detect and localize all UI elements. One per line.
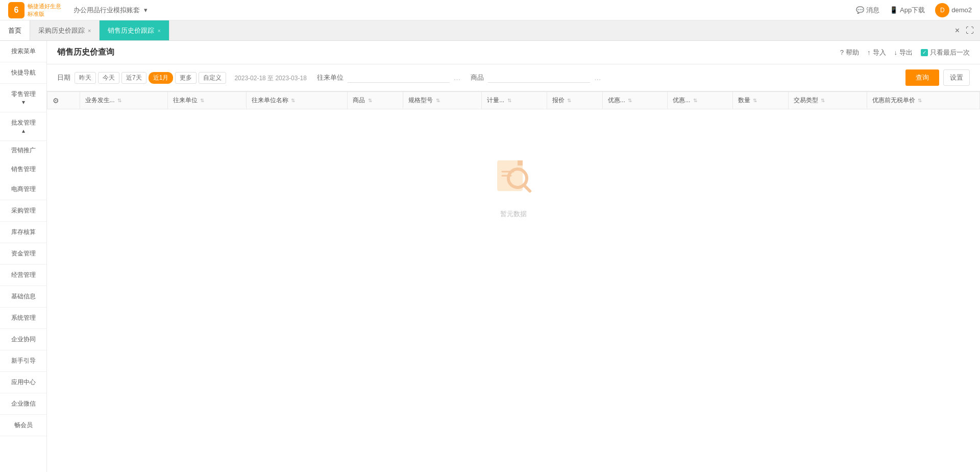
export-button[interactable]: ↓ 导出 xyxy=(894,48,913,57)
empty-illustration xyxy=(488,150,539,201)
message-icon: 💬 xyxy=(856,6,864,14)
message-button[interactable]: 💬 消息 xyxy=(856,6,879,15)
sort-icon-pre-discount-price: ⇅ xyxy=(918,98,922,103)
sidebar-item-inventory[interactable]: 库存核算 xyxy=(0,222,46,243)
settings-button[interactable]: 设置 xyxy=(943,69,970,86)
query-button[interactable]: 查询 xyxy=(905,69,939,86)
date-btn-yesterday[interactable]: 昨天 xyxy=(75,72,96,84)
col-quoted-price[interactable]: 报价 ⇅ xyxy=(547,92,602,109)
date-filter-group: 日期 昨天 今天 近7天 近1月 更多 自定义 2023-02-18 至 202… xyxy=(57,72,307,84)
col-product[interactable]: 商品 ⇅ xyxy=(348,92,403,109)
tab-purchase-history[interactable]: 采购历史价跟踪 × xyxy=(30,20,100,40)
tab-sales-history[interactable]: 销售历史价跟踪 × xyxy=(100,20,169,40)
col-biz-date[interactable]: 业务发生... ⇅ xyxy=(80,92,168,109)
col-spec[interactable]: 规格型号 ⇅ xyxy=(403,92,482,109)
user-menu[interactable]: D demo2 xyxy=(935,3,972,17)
sidebar-item-wechat[interactable]: 企业微信 xyxy=(0,393,46,415)
empty-state: 暂元数据 xyxy=(47,109,980,259)
sidebar-item-system[interactable]: 系统管理 xyxy=(0,308,46,329)
sidebar-item-operations[interactable]: 经营管理 xyxy=(0,265,46,286)
sort-icon-trade-type: ⇅ xyxy=(821,98,825,103)
col-unit[interactable]: 计量... ⇅ xyxy=(482,92,547,109)
content-area: 销售历史价查询 ? 帮助 ↑ 导入 ↓ 导出 ✓ 只看最后一次 xyxy=(47,41,980,472)
sidebar-item-app-center[interactable]: 应用中心 xyxy=(0,372,46,393)
sidebar-item-enterprise[interactable]: 企业协同 xyxy=(0,329,46,350)
sort-icon-quantity: ⇅ xyxy=(753,98,757,103)
only-last-checkbox-label[interactable]: ✓ 只看最后一次 xyxy=(921,48,970,57)
page-header-actions: ? 帮助 ↑ 导入 ↓ 导出 ✓ 只看最后一次 xyxy=(840,48,970,57)
tab-close-sales[interactable]: × xyxy=(157,28,160,34)
partner-input[interactable] xyxy=(348,73,450,83)
fullscreen-icon[interactable]: ⛶ xyxy=(966,26,974,35)
col-partner-name[interactable]: 往来单位名称 ⇅ xyxy=(246,92,348,109)
product-input[interactable] xyxy=(488,73,590,83)
sidebar-item-sales-mgmt[interactable]: 销售管理 xyxy=(0,160,46,179)
product-label: 商品 xyxy=(471,73,484,82)
date-btn-today[interactable]: 今天 xyxy=(98,72,119,84)
top-bar: 6 畅捷通好生意 标准版 办公用品行业模拟账套 ▾ 💬 消息 📱 App下载 D… xyxy=(0,0,980,20)
logo-text: 畅捷通好生意 标准版 xyxy=(28,3,61,17)
table-header: ⚙ 业务发生... ⇅ 往来单位 ⇅ 往来单位名称 ⇅ xyxy=(47,92,980,109)
partner-label: 往来单位 xyxy=(317,73,344,82)
sidebar-item-purchase[interactable]: 采购管理 xyxy=(0,200,46,222)
date-btn-more[interactable]: 更多 xyxy=(175,72,197,84)
date-btn-custom[interactable]: 自定义 xyxy=(199,72,226,84)
data-table: ⚙ 业务发生... ⇅ 往来单位 ⇅ 往来单位名称 ⇅ xyxy=(47,91,980,109)
sidebar-item-marketing[interactable]: 营销推广 xyxy=(0,141,46,160)
page-header: 销售历史价查询 ? 帮助 ↑ 导入 ↓ 导出 ✓ 只看最后一次 xyxy=(47,41,980,64)
sidebar: 搜索菜单 快捷导航 零售管理 ▾ 批发管理 ▴ 营销推广 销售管理 电商管理 采… xyxy=(0,41,47,472)
filter-bar: 日期 昨天 今天 近7天 近1月 更多 自定义 2023-02-18 至 202… xyxy=(47,64,980,91)
dropdown-icon[interactable]: ▾ xyxy=(144,6,148,14)
top-bar-right: 💬 消息 📱 App下载 D demo2 xyxy=(856,3,972,17)
export-icon: ↓ xyxy=(894,49,898,56)
sort-icon-biz-date: ⇅ xyxy=(117,98,121,103)
sidebar-item-finance[interactable]: 资金管理 xyxy=(0,243,46,265)
col-quantity[interactable]: 数量 ⇅ xyxy=(733,92,789,109)
sidebar-item-member[interactable]: 畅会员 xyxy=(0,415,46,436)
top-bar-left: 6 畅捷通好生意 标准版 办公用品行业模拟账套 ▾ xyxy=(8,2,148,18)
help-button[interactable]: ? 帮助 xyxy=(840,48,859,57)
sidebar-item-guide[interactable]: 新手引导 xyxy=(0,350,46,372)
tab-bar: 首页 采购历史价跟踪 × 销售历史价跟踪 × × ⛶ xyxy=(0,20,980,41)
svg-line-4 xyxy=(524,185,530,191)
col-pre-discount-price[interactable]: 优惠前无税单价 ⇅ xyxy=(867,92,979,109)
sidebar-item-search[interactable]: 搜索菜单 xyxy=(0,41,46,62)
help-icon: ? xyxy=(840,49,844,56)
sidebar-item-quick-nav[interactable]: 快捷导航 xyxy=(0,62,46,84)
date-btn-last1m[interactable]: 近1月 xyxy=(149,72,174,84)
sort-icon-unit: ⇅ xyxy=(507,98,511,103)
mobile-icon: 📱 xyxy=(890,6,898,14)
partner-dots-icon[interactable]: ... xyxy=(454,73,460,82)
chevron-down-icon: ▾ xyxy=(22,99,25,106)
table-header-row: ⚙ 业务发生... ⇅ 往来单位 ⇅ 往来单位名称 ⇅ xyxy=(47,92,980,109)
col-partner-code[interactable]: 往来单位 ⇅ xyxy=(168,92,247,109)
import-icon: ↑ xyxy=(867,49,871,56)
sidebar-item-wholesale[interactable]: 批发管理 ▴ xyxy=(0,112,46,141)
chevron-up-icon: ▴ xyxy=(22,127,25,134)
col-settings[interactable]: ⚙ xyxy=(47,92,80,109)
filter-actions: 查询 设置 xyxy=(905,69,970,86)
sort-icon-quoted-price: ⇅ xyxy=(567,98,571,103)
partner-filter-group: 往来单位 ... xyxy=(317,73,460,83)
svg-rect-2 xyxy=(518,160,523,166)
product-dots-icon[interactable]: ... xyxy=(594,73,601,82)
app-download-button[interactable]: 📱 App下载 xyxy=(890,6,925,15)
col-discount2[interactable]: 优惠... ⇅ xyxy=(668,92,733,109)
sidebar-item-basic-info[interactable]: 基础信息 xyxy=(0,286,46,308)
tab-close-purchase[interactable]: × xyxy=(88,28,91,34)
close-all-tabs-icon[interactable]: × xyxy=(955,26,960,35)
import-button[interactable]: ↑ 导入 xyxy=(867,48,886,57)
sidebar-item-retail[interactable]: 零售管理 ▾ xyxy=(0,84,46,112)
sort-icon-partner-name: ⇅ xyxy=(291,98,295,103)
checkbox-checked-icon: ✓ xyxy=(921,49,928,56)
column-settings-icon[interactable]: ⚙ xyxy=(53,97,59,105)
page-title: 销售历史价查询 xyxy=(57,47,114,58)
logo-area: 6 畅捷通好生意 标准版 xyxy=(8,2,61,18)
date-btn-last7[interactable]: 近7天 xyxy=(121,72,146,84)
tab-bar-actions: × ⛶ xyxy=(949,20,980,40)
col-discount1[interactable]: 优惠... ⇅ xyxy=(602,92,668,109)
col-trade-type[interactable]: 交易类型 ⇅ xyxy=(789,92,867,109)
partner-input-wrapper xyxy=(348,73,450,83)
tab-home[interactable]: 首页 xyxy=(0,20,30,40)
sidebar-item-ecommerce[interactable]: 电商管理 xyxy=(0,179,46,200)
